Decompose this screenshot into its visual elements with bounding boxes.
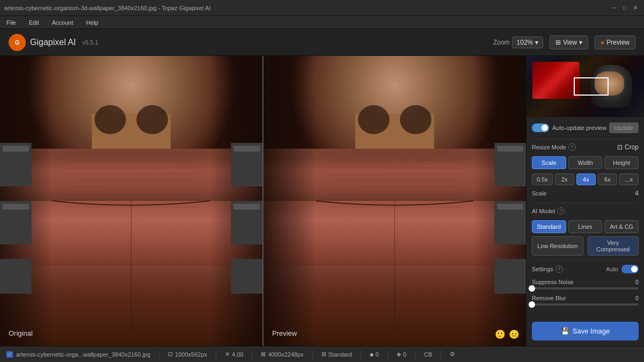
remove-blur-thumb[interactable] xyxy=(529,301,535,308)
auto-toggle[interactable] xyxy=(621,265,639,273)
original-label: Original xyxy=(9,329,33,337)
suppress-noise-value: 0 xyxy=(635,279,639,285)
crop-icon: ⊡ xyxy=(617,143,623,151)
maximize-button[interactable]: □ xyxy=(620,4,629,12)
divider-s6 xyxy=(387,350,388,359)
close-button[interactable]: ✕ xyxy=(631,4,640,12)
resize-mode-row: Resize Mode ? ⊡ Crop xyxy=(532,143,639,151)
resize-mode-label: Resize Mode ? xyxy=(532,143,576,151)
app-version: v5.5.1 xyxy=(82,39,98,46)
model-very-compressed[interactable]: Very Compressed xyxy=(588,236,639,256)
output-size-icon: ⊠ xyxy=(261,351,266,358)
face-icon[interactable]: 😐 xyxy=(509,329,519,339)
suppress-noise-header: Suppress Noise 0 xyxy=(532,279,639,285)
settings-help-icon[interactable]: ? xyxy=(555,265,563,273)
update-button[interactable]: Update xyxy=(609,122,639,133)
view-chevron-icon: ▾ xyxy=(579,39,582,46)
scale-05x[interactable]: 0.5x xyxy=(532,173,553,185)
title-bar: artemis-cybernetic-organism-3d-wallpaper… xyxy=(0,0,644,16)
save-image-button[interactable]: 💾 Save Image xyxy=(532,322,639,341)
sidebar: Auto-update preview Update Resize Mode ?… xyxy=(526,56,644,346)
header-controls: Zoom 102% ▾ ⊞ View ▾ ● Preview xyxy=(493,35,635,49)
zoom-value-text: 102% xyxy=(517,39,533,46)
menu-bar: File Edit Account Help xyxy=(0,16,644,29)
scale-4x[interactable]: 4x xyxy=(576,173,596,185)
remove-blur-section: Remove Blur 0 xyxy=(532,295,639,306)
image-area: Original Preview 🙂 😐 xyxy=(0,56,526,346)
menu-account[interactable]: Account xyxy=(50,18,76,27)
scale-x-icon: ✕ xyxy=(225,351,230,358)
status-noise: ■ 0 xyxy=(370,351,379,358)
view-button[interactable]: ⊞ View ▾ xyxy=(550,35,588,49)
divider-s4 xyxy=(312,350,313,359)
grid-icon: ⊞ xyxy=(555,39,561,46)
divider-2 xyxy=(532,202,639,203)
suppress-noise-slider[interactable] xyxy=(532,287,639,289)
zoom-control[interactable]: 102% ▾ xyxy=(512,37,544,48)
scale-6x[interactable]: 6x xyxy=(598,173,617,185)
scale-tab[interactable]: Scale xyxy=(532,156,566,169)
width-tab[interactable]: Width xyxy=(568,156,603,169)
minimize-button[interactable]: ─ xyxy=(610,4,618,12)
height-tab[interactable]: Height xyxy=(604,156,639,169)
suppress-noise-thumb[interactable] xyxy=(529,285,535,292)
ai-model-help-icon[interactable]: ? xyxy=(557,207,565,215)
window-title: artemis-cybernetic-organism-3d-wallpaper… xyxy=(4,5,210,11)
divider-s3 xyxy=(252,350,252,359)
preview-label: Preview xyxy=(606,39,630,46)
auto-update-row: Auto-update preview Update xyxy=(532,122,639,133)
suppress-noise-label: Suppress Noise xyxy=(532,279,574,285)
status-filename: ✓ artemis-cybernetic-orga...wallpaper_38… xyxy=(6,351,150,358)
divider-3 xyxy=(532,260,639,260)
divider-s1 xyxy=(159,350,159,359)
save-label: Save Image xyxy=(573,327,610,335)
scale-custom[interactable]: ...x xyxy=(619,173,639,185)
noise-icon: ■ xyxy=(370,351,374,358)
filename-text: artemis-cybernetic-orga...wallpaper_3840… xyxy=(16,351,150,358)
auto-update-label: Auto-update preview xyxy=(552,125,606,131)
panel-preview: Preview 🙂 😐 xyxy=(264,56,526,346)
model-low-res[interactable]: Low Resolution xyxy=(532,236,583,256)
input-size-icon: ⊡ xyxy=(168,351,173,358)
app-logo: G xyxy=(9,34,26,51)
divider-s8 xyxy=(441,350,441,359)
divider-s7 xyxy=(415,350,415,359)
svg-text:G: G xyxy=(15,39,20,46)
output-size-text: 4000x2248px xyxy=(268,351,303,358)
status-input-size: ⊡ 1000x562px xyxy=(168,351,207,358)
main-content: Original Preview 🙂 😐 xyxy=(0,56,644,346)
menu-edit[interactable]: Edit xyxy=(27,18,41,27)
resize-help-icon[interactable]: ? xyxy=(568,143,576,151)
scale-2x[interactable]: 2x xyxy=(555,173,574,185)
auto-update-toggle[interactable] xyxy=(532,124,549,132)
preview-button[interactable]: ● Preview xyxy=(595,35,635,49)
crop-label[interactable]: Crop xyxy=(625,143,639,151)
smiley-icon[interactable]: 🙂 xyxy=(495,329,506,339)
window-controls: ─ □ ✕ xyxy=(610,4,640,12)
file-checkbox[interactable]: ✓ xyxy=(6,351,13,358)
zoom-label: Zoom xyxy=(493,39,510,46)
auto-toggle-thumb xyxy=(631,266,638,272)
blur-value: 0 xyxy=(403,351,406,358)
model-standard[interactable]: Standard xyxy=(532,220,566,233)
menu-file[interactable]: File xyxy=(4,18,18,27)
model-lines[interactable]: Lines xyxy=(568,220,603,233)
auto-toggle-section: Auto xyxy=(606,265,639,273)
status-color-profile: CB xyxy=(424,351,432,358)
thumbnail-focus-box[interactable] xyxy=(574,77,609,96)
panel-icons: 🙂 😐 xyxy=(495,329,519,339)
save-icon: 💾 xyxy=(561,327,569,335)
model-art-cg[interactable]: Art & CG xyxy=(604,220,639,233)
sidebar-controls: Auto-update preview Update Resize Mode ?… xyxy=(526,117,644,316)
ai-model-label: AI Model ? xyxy=(532,207,565,215)
panel-original: Original xyxy=(0,56,264,346)
remove-blur-slider[interactable] xyxy=(532,303,639,306)
toggle-thumb xyxy=(541,125,548,131)
remove-blur-header: Remove Blur 0 xyxy=(532,295,639,301)
ai-model-row: AI Model ? xyxy=(532,207,639,215)
settings-gear-icon[interactable]: ⚙ xyxy=(450,351,455,358)
blur-icon: ◈ xyxy=(397,351,401,358)
resize-tabs: Scale Width Height xyxy=(532,156,639,169)
divider-s5 xyxy=(361,350,361,359)
menu-help[interactable]: Help xyxy=(84,18,100,27)
